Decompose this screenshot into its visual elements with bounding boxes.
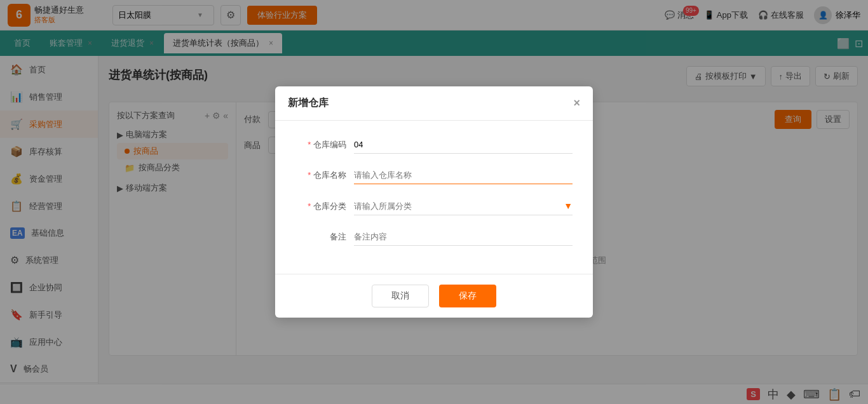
warehouse-name-label: 仓库名称 bbox=[295, 170, 346, 181]
cancel-button[interactable]: 取消 bbox=[372, 285, 429, 307]
modal-overlay: 新增仓库 × 仓库编码 仓库名称 仓库分类 ▼ bbox=[0, 0, 868, 404]
warehouse-name-row: 仓库名称 bbox=[295, 166, 573, 184]
warehouse-note-row: 备注 bbox=[295, 228, 573, 246]
modal-body: 仓库编码 仓库名称 仓库分类 ▼ 备注 bbox=[275, 121, 593, 274]
warehouse-category-input[interactable] bbox=[354, 201, 564, 211]
warehouse-code-row: 仓库编码 bbox=[295, 136, 573, 154]
warehouse-code-label: 仓库编码 bbox=[295, 139, 346, 151]
warehouse-category-row: 仓库分类 ▼ bbox=[295, 197, 573, 215]
warehouse-note-label: 备注 bbox=[295, 231, 346, 243]
modal-header: 新增仓库 × bbox=[275, 86, 593, 121]
warehouse-name-input[interactable] bbox=[354, 166, 573, 184]
add-warehouse-modal: 新增仓库 × 仓库编码 仓库名称 仓库分类 ▼ bbox=[275, 86, 593, 318]
category-dropdown-icon: ▼ bbox=[564, 201, 573, 211]
warehouse-category-select[interactable]: ▼ bbox=[354, 197, 573, 215]
modal-title: 新增仓库 bbox=[288, 97, 329, 110]
warehouse-category-label: 仓库分类 bbox=[295, 201, 346, 212]
save-button[interactable]: 保存 bbox=[439, 285, 496, 307]
warehouse-note-input[interactable] bbox=[354, 228, 573, 246]
warehouse-code-input[interactable] bbox=[354, 136, 573, 154]
modal-close-button[interactable]: × bbox=[573, 97, 580, 110]
modal-footer: 取消 保存 bbox=[275, 274, 593, 318]
